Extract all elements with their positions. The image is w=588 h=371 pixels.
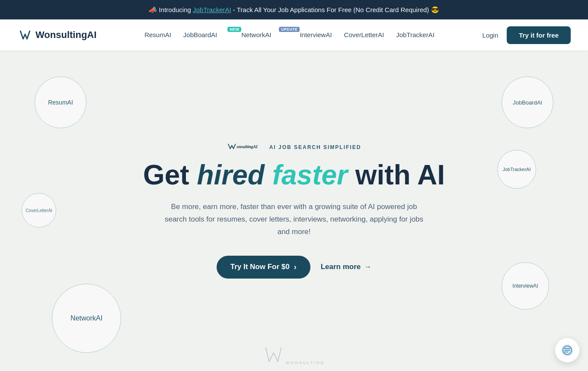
badge-update: UPDATE <box>279 27 300 32</box>
hero-section: ResumAI JobBoardAI JobTrackerAI CoverLet… <box>0 51 588 371</box>
hero-actions: Try It Now For $0 › Learn more → <box>143 256 445 279</box>
nav-item-jobboardai[interactable]: JobBoardAI NEW <box>183 31 229 39</box>
nav-item-resumai[interactable]: ResumAI <box>144 31 171 39</box>
nav-item-networkai[interactable]: NetworkAI UPDATE <box>241 31 288 39</box>
announcement-prefix: 📣 Introducing <box>149 6 193 13</box>
navbar: WonsultingAI ResumAI JobBoardAI NEW Netw… <box>0 19 588 51</box>
watermark-logo-svg <box>263 345 284 364</box>
nav-link-networkai[interactable]: NetworkAI <box>241 31 271 38</box>
nav-item-jobtrackerai[interactable]: JobTrackerAI <box>396 31 435 39</box>
nav-link-jobboardai[interactable]: JobBoardAI <box>183 31 217 38</box>
hero-brand-line: onsultingAI AI JOB SEARCH SIMPLIFIED <box>143 142 445 152</box>
watermark-text: WONSULTING <box>286 361 325 365</box>
circle-resumai-label: ResumAI <box>48 99 73 106</box>
logo[interactable]: WonsultingAI <box>17 27 96 43</box>
nav-link-interviewai[interactable]: InterviewAI <box>300 31 332 38</box>
hero-title: Get hired faster with AI <box>143 160 445 190</box>
chat-icon <box>560 343 574 357</box>
circle-coverletterai[interactable]: CoverLetterAI <box>22 193 56 228</box>
bottom-watermark: WONSULTING <box>263 345 325 366</box>
nav-item-interviewai[interactable]: InterviewAI <box>300 31 332 39</box>
circle-networkai[interactable]: NetworkAI <box>52 284 121 353</box>
nav-links: ResumAI JobBoardAI NEW NetworkAI UPDATE … <box>144 31 435 39</box>
cta-label: Try It Now For $0 <box>230 263 290 271</box>
hero-logo-svg: onsultingAI <box>227 142 266 151</box>
hero-content: onsultingAI AI JOB SEARCH SIMPLIFIED Get… <box>143 142 445 278</box>
login-button[interactable]: Login <box>483 32 499 39</box>
nav-item-coverletterai[interactable]: CoverLetterAI <box>344 31 384 39</box>
chat-widget[interactable] <box>555 338 579 362</box>
logo-text: WonsultingAI <box>35 29 96 41</box>
announcement-banner: 📣 Introducing JobTrackerAI - Track All Y… <box>0 0 588 19</box>
nav-link-jobtrackerai[interactable]: JobTrackerAI <box>396 31 435 38</box>
logo-icon <box>17 27 33 43</box>
cta-primary-button[interactable]: Try It Now For $0 › <box>217 256 310 279</box>
announcement-link[interactable]: JobTrackerAI <box>193 6 231 13</box>
cta-arrow-icon: › <box>294 263 297 272</box>
circle-resumai[interactable]: ResumAI <box>35 76 86 128</box>
hero-subtitle: Be more, earn more, faster than ever wit… <box>160 201 428 238</box>
learn-more-label: Learn more <box>321 263 361 271</box>
svg-text:onsultingAI: onsultingAI <box>236 144 258 149</box>
hero-title-with-ai: with AI <box>355 159 445 190</box>
circle-networkai-label: NetworkAI <box>70 314 102 322</box>
nav-link-coverletterai[interactable]: CoverLetterAI <box>344 31 384 38</box>
hero-brand-tag: AI JOB SEARCH SIMPLIFIED <box>269 144 361 150</box>
hero-title-faster: faster <box>272 159 355 190</box>
announcement-suffix: - Track All Your Job Applications For Fr… <box>231 6 439 13</box>
circle-jobtrackerai[interactable]: JobTrackerAI <box>497 150 536 189</box>
circle-interviewai-label: InterviewAI <box>512 283 538 289</box>
nav-right: Login Try it for free <box>483 26 571 44</box>
try-free-button[interactable]: Try it for free <box>507 26 571 44</box>
circle-interviewai[interactable]: InterviewAI <box>502 262 549 310</box>
learn-more-button[interactable]: Learn more → <box>321 263 372 271</box>
circle-coverletterai-label: CoverLetterAI <box>26 208 52 213</box>
badge-new: NEW <box>227 27 241 32</box>
hero-title-get: Get <box>143 159 197 190</box>
circle-jobboardai-label: JobBoardAI <box>513 99 542 106</box>
nav-link-resumai[interactable]: ResumAI <box>144 31 171 38</box>
learn-more-arrow-icon: → <box>364 263 371 271</box>
hero-title-hired: hired <box>197 159 272 190</box>
circle-jobboardai[interactable]: JobBoardAI <box>502 76 553 128</box>
hero-brand-logo: onsultingAI <box>227 142 266 152</box>
circle-jobtrackerai-label: JobTrackerAI <box>502 167 530 172</box>
